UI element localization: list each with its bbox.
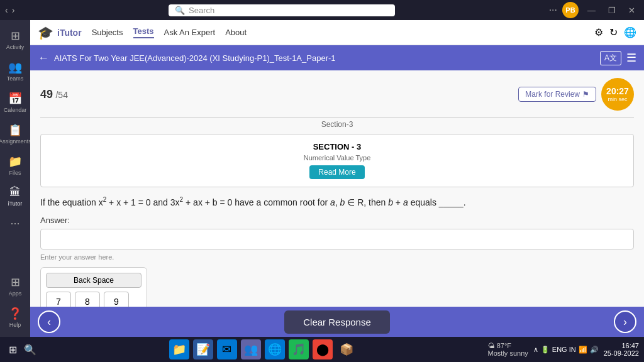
teams-nav: 🎓 iTutor Subjects Tests Ask An Expert Ab…	[30, 20, 644, 45]
nav-subjects[interactable]: Subjects	[92, 28, 123, 37]
more-icon: ···	[10, 217, 19, 230]
sidebar-label-activity: Activity	[6, 44, 25, 50]
content-area: 🎓 iTutor Subjects Tests Ask An Expert Ab…	[30, 20, 644, 337]
taskbar-app-misc[interactable]: 📦	[336, 339, 357, 359]
top-bar: ‹ › 🔍 Search ··· PB — ❐ ✕	[0, 0, 644, 20]
sidebar-item-activity[interactable]: ⊞ Activity	[0, 25, 30, 54]
next-button[interactable]: ›	[614, 310, 636, 333]
answer-input[interactable]	[40, 229, 634, 250]
sidebar-item-apps[interactable]: ⊞ Apps	[0, 272, 30, 300]
question-meta: 49 /54 Mark for Review ⚑ 20:27 min sec	[40, 78, 634, 111]
minimize-btn[interactable]: —	[584, 4, 599, 16]
sidebar-label-calendar: Calendar	[4, 107, 27, 113]
answer-label: Answer:	[40, 216, 634, 225]
tray-caret[interactable]: ∧	[533, 346, 538, 354]
mark-review-button[interactable]: Mark for Review ⚑	[518, 87, 596, 102]
more-options-btn[interactable]: ···	[549, 4, 557, 16]
taskbar-app-mail[interactable]: ✉	[217, 339, 237, 359]
teams-icon: 👥	[8, 60, 22, 74]
taskbar-app-chrome[interactable]: ⬤	[313, 339, 333, 359]
files-icon: 📁	[8, 155, 22, 168]
section-label: Section-3	[40, 117, 634, 129]
tray-wifi: 📶	[579, 346, 587, 354]
taskbar-app-explorer[interactable]: 📁	[169, 339, 189, 359]
test-title: AIATS For Two Year JEE(Advanced)-2024 (X…	[54, 53, 336, 63]
sidebar-label-files: Files	[9, 170, 21, 176]
sidebar-item-assignments[interactable]: 📋 Assignments	[0, 119, 30, 148]
menu-btn[interactable]: ☰	[626, 51, 636, 65]
prev-button[interactable]: ‹	[38, 310, 60, 333]
sidebar: ⊞ Activity 👥 Teams 📅 Calendar 📋 Assignme…	[0, 20, 30, 337]
section-box: SECTION - 3 Numerical Value Type Read Mo…	[40, 134, 634, 187]
sidebar-item-itutor[interactable]: 🏛 iTutor	[0, 182, 30, 211]
logo-text: iTutor	[57, 28, 82, 38]
sidebar-item-more[interactable]: ···	[0, 213, 30, 235]
taskbar-app-edge[interactable]: 🌐	[265, 339, 285, 359]
weather-temp: 87°F	[497, 342, 511, 349]
backspace-button[interactable]: Back Space	[46, 273, 142, 288]
question-number: 49	[40, 88, 53, 101]
question-area: 49 /54 Mark for Review ⚑ 20:27 min sec S…	[30, 70, 644, 307]
maximize-btn[interactable]: ❐	[604, 4, 619, 16]
activity-icon: ⊞	[11, 29, 20, 43]
timer: 20:27 min sec	[601, 78, 634, 111]
apps-icon: ⊞	[11, 275, 20, 289]
tray-battery: 🔋	[541, 346, 550, 354]
taskbar-app-teams[interactable]: 👥	[241, 339, 261, 359]
search-placeholder: Search	[189, 6, 214, 15]
flag-icon: ⚑	[582, 90, 589, 99]
clock-date: 25-09-2022	[604, 349, 639, 357]
test-header: ← AIATS For Two Year JEE(Advanced)-2024 …	[30, 45, 644, 70]
settings-icon[interactable]: ⚙	[594, 26, 603, 38]
timer-label: min sec	[608, 96, 627, 102]
search-bar[interactable]: 🔍 Search	[169, 4, 395, 16]
back-button[interactable]: ←	[38, 52, 49, 65]
globe-icon[interactable]: 🌐	[624, 26, 636, 38]
main-layout: ⊞ Activity 👥 Teams 📅 Calendar 📋 Assignme…	[0, 20, 644, 337]
sidebar-label-apps: Apps	[9, 290, 22, 297]
win-taskbar: ⊞ 🔍 📁 📝 ✉ 👥 🌐 🎵 ⬤ 📦 🌤 87°F Mostly sunny …	[0, 337, 644, 362]
numpad-key-9[interactable]: 9	[104, 292, 129, 307]
read-more-button[interactable]: Read More	[309, 165, 364, 179]
avatar[interactable]: PB	[562, 2, 579, 18]
sidebar-item-help[interactable]: ❓ Help	[0, 303, 30, 332]
numpad-key-7[interactable]: 7	[46, 292, 71, 307]
clock-time: 16:47	[604, 342, 639, 349]
search-icon: 🔍	[175, 6, 185, 15]
sidebar-label-itutor: iTutor	[8, 200, 23, 207]
bottom-bar: ‹ Clear Response ›	[30, 307, 644, 337]
sidebar-item-calendar[interactable]: 📅 Calendar	[0, 88, 30, 117]
question-text: If the equation x2 + x + 1 = 0 and 3x2 +…	[40, 195, 634, 209]
itutor-icon: 🏛	[9, 186, 21, 199]
tray-lang: ENG IN	[552, 346, 576, 353]
sidebar-item-files[interactable]: 📁 Files	[0, 151, 30, 180]
refresh-icon[interactable]: ↻	[609, 26, 618, 38]
nav-forward-btn[interactable]: ›	[12, 5, 15, 15]
windows-start-btn[interactable]: ⊞	[5, 342, 20, 357]
teams-logo: 🎓 iTutor	[38, 25, 82, 40]
taskbar-clock: 16:47 25-09-2022	[604, 342, 639, 357]
assignments-icon: 📋	[8, 123, 22, 137]
taskbar-search-btn[interactable]: 🔍	[23, 342, 38, 357]
logo-icon: 🎓	[38, 25, 53, 40]
system-tray: ∧ 🔋 ENG IN 📶 🔊	[533, 346, 599, 354]
close-btn[interactable]: ✕	[625, 4, 639, 16]
taskbar-app-spotify[interactable]: 🎵	[289, 339, 309, 359]
font-toggle-btn[interactable]: A文	[600, 51, 621, 65]
calendar-icon: 📅	[8, 92, 22, 106]
clear-response-button[interactable]: Clear Response	[284, 310, 390, 334]
nav-back-btn[interactable]: ‹	[5, 5, 8, 15]
nav-about[interactable]: About	[225, 28, 247, 37]
mark-review-label: Mark for Review	[525, 90, 580, 99]
weather-desc: Mostly sunny	[488, 349, 528, 357]
nav-ask-expert[interactable]: Ask An Expert	[164, 28, 216, 37]
tray-volume: 🔊	[590, 346, 599, 354]
timer-value: 20:27	[606, 86, 629, 96]
taskbar-app-word[interactable]: 📝	[193, 339, 213, 359]
weather-icon: 🌤	[488, 342, 495, 349]
numpad-key-8[interactable]: 8	[75, 292, 100, 307]
nav-tests[interactable]: Tests	[133, 26, 154, 38]
sidebar-item-teams[interactable]: 👥 Teams	[0, 57, 30, 85]
weather-info: 🌤 87°F Mostly sunny	[488, 342, 528, 357]
numpad: Back Space 7 8 9 4 5 6 1 2 3	[40, 267, 147, 307]
